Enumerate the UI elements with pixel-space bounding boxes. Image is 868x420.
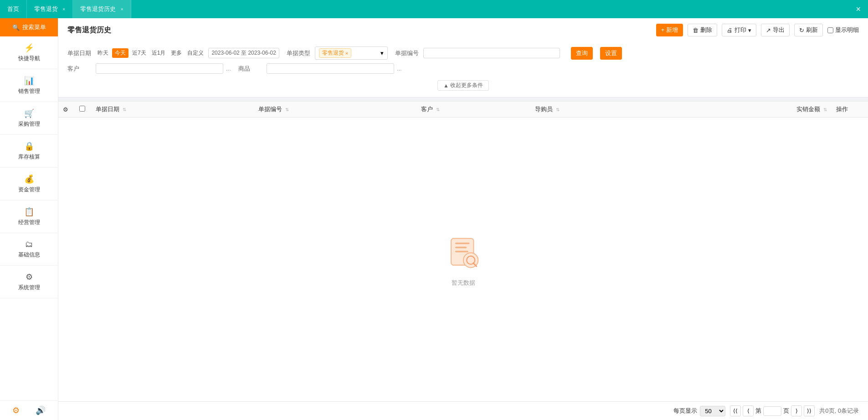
collapse-row: ▲ 收起更多条件	[67, 77, 859, 92]
sidebar-label-purchase-mgmt: 采购管理	[18, 120, 40, 128]
sidebar-label-quick-nav: 快捷导航	[18, 55, 40, 62]
tab-list: 首页零售退货×零售退货历史×	[0, 0, 856, 18]
sidebar-icon-system-mgmt: ⚙	[26, 272, 33, 282]
number-input[interactable]	[423, 48, 560, 58]
delete-icon: 🗑	[693, 27, 699, 34]
date-range-display[interactable]: 2023-06-02 至 2023-06-02	[208, 48, 279, 58]
col-guide-sort[interactable]: ⇅	[556, 107, 560, 112]
col-actions: 操作	[832, 102, 868, 118]
collapse-button[interactable]: ▲ 收起更多条件	[437, 80, 489, 91]
sound-bottom-icon[interactable]: 🔊	[36, 405, 46, 415]
window-close-button[interactable]: ×	[856, 5, 868, 14]
col-amount-sort[interactable]: ⇅	[823, 107, 827, 112]
toolbar: + 新增 🗑 删除 🖨 打印 ▾ ↗ 导出 ↻	[656, 24, 859, 36]
search-icon: 🔍	[12, 24, 20, 31]
print-dropdown-icon: ▾	[748, 27, 751, 34]
refresh-button[interactable]: ↻ 刷新	[794, 24, 823, 36]
show-detail-checkbox[interactable]	[827, 27, 833, 33]
col-settings[interactable]: ⚙	[58, 102, 75, 118]
tab-retail-return-history[interactable]: 零售退货历史×	[73, 0, 131, 18]
collapse-icon: ▲	[443, 82, 449, 89]
type-select[interactable]: 零售退货 × ▾	[315, 46, 388, 60]
sidebar-items: ⚡ 快捷导航 📊 销售管理 🛒 采购管理 🔒 库存核算 💰 资金管理 📋 经营管…	[0, 36, 58, 298]
new-button[interactable]: + 新增	[656, 24, 683, 36]
export-icon: ↗	[766, 27, 771, 34]
filter-row-1: 单据日期 昨天今天近7天近1月更多自定义 2023-06-02 至 2023-0…	[67, 46, 859, 60]
pag-first-button[interactable]: ⟨⟨	[730, 405, 741, 416]
customer-input[interactable]	[96, 63, 223, 74]
show-detail-checkbox-label[interactable]: 显示明细	[827, 26, 859, 34]
tab-close-retail-return[interactable]: ×	[62, 6, 65, 12]
page-title-row: 零售退货历史 + 新增 🗑 删除 🖨 打印 ▾ ↗ 导出	[67, 24, 859, 36]
date-filter: 单据日期 昨天今天近7天近1月更多自定义 2023-06-02 至 2023-0…	[67, 48, 279, 58]
sidebar: 🔍 搜索菜单 ⚡ 快捷导航 📊 销售管理 🛒 采购管理 🔒 库存核算 💰 资金管…	[0, 18, 58, 420]
pag-total: 共0页, 0条记录	[819, 407, 859, 415]
settings-bottom-icon[interactable]: ⚙	[12, 405, 20, 415]
sidebar-item-base-info[interactable]: 🗂 基础信息	[0, 233, 58, 266]
empty-icon	[443, 232, 484, 273]
col-date-sort[interactable]: ⇅	[123, 107, 126, 112]
sidebar-item-sales-mgmt[interactable]: 📊 销售管理	[0, 69, 58, 102]
pag-page-input[interactable]: 1	[763, 406, 781, 416]
svg-rect-3	[455, 251, 468, 252]
per-page-select[interactable]: 102050100	[700, 406, 725, 416]
filter-row-2: 客户 ... 商品 ...	[67, 63, 859, 74]
table-header-row: ⚙ 单据日期 ⇅ 单据编号 ⇅ 客户	[58, 102, 868, 118]
tab-home[interactable]: 首页	[0, 0, 27, 18]
select-all-checkbox[interactable]	[79, 106, 85, 112]
print-button[interactable]: 🖨 打印 ▾	[722, 24, 756, 36]
table-container: ⚙ 单据日期 ⇅ 单据编号 ⇅ 客户	[58, 101, 868, 401]
tab-close-retail-return-history[interactable]: ×	[120, 6, 123, 12]
sidebar-item-inventory[interactable]: 🔒 库存核算	[0, 135, 58, 168]
customer-dots[interactable]: ...	[226, 65, 231, 72]
settings-button[interactable]: 设置	[600, 47, 622, 60]
col-checkbox[interactable]	[75, 102, 91, 118]
refresh-icon: ↻	[799, 27, 804, 34]
col-date: 单据日期 ⇅	[91, 102, 254, 118]
col-amount: 实销金额 ⇅	[669, 102, 832, 118]
query-button[interactable]: 查询	[571, 47, 593, 60]
col-number: 单据编号 ⇅	[254, 102, 416, 118]
col-date-label: 单据日期	[96, 106, 119, 113]
date-opt-近7天[interactable]: 近7天	[130, 48, 148, 58]
date-opt-近1月[interactable]: 近1月	[150, 48, 168, 58]
type-filter-label: 单据类型	[287, 49, 312, 57]
date-opt-今天[interactable]: 今天	[112, 48, 128, 58]
goods-dots[interactable]: ...	[397, 65, 402, 72]
pag-next-button[interactable]: ⟩	[791, 405, 802, 416]
goods-input[interactable]	[267, 63, 394, 74]
sidebar-label-operations: 经营管理	[18, 219, 40, 226]
date-opt-昨天[interactable]: 昨天	[96, 48, 110, 58]
col-number-sort[interactable]: ⇅	[285, 107, 289, 112]
delete-button[interactable]: 🗑 删除	[688, 24, 717, 36]
col-customer-sort[interactable]: ⇅	[436, 107, 440, 112]
export-button[interactable]: ↗ 导出	[761, 24, 790, 36]
page-title: 零售退货历史	[67, 26, 111, 35]
sidebar-icon-operations: 📋	[24, 207, 34, 217]
col-guide: 导购员 ⇅	[530, 102, 669, 118]
show-detail-label: 显示明细	[835, 26, 859, 34]
date-opt-更多[interactable]: 更多	[169, 48, 184, 58]
date-opt-自定义[interactable]: 自定义	[185, 48, 205, 58]
filter-area: 单据日期 昨天今天近7天近1月更多自定义 2023-06-02 至 2023-0…	[67, 42, 859, 97]
pag-prev-button[interactable]: ⟨	[743, 405, 754, 416]
pag-page-suffix: 页	[783, 407, 789, 415]
type-tag-remove[interactable]: ×	[345, 51, 348, 56]
sidebar-item-quick-nav[interactable]: ⚡ 快捷导航	[0, 36, 58, 69]
tab-retail-return[interactable]: 零售退货×	[27, 0, 73, 18]
goods-filter-label: 商品	[238, 65, 264, 73]
pag-last-button[interactable]: ⟩⟩	[804, 405, 815, 416]
svg-rect-2	[455, 246, 467, 248]
collapse-label: 收起更多条件	[450, 82, 483, 89]
sidebar-label-sales-mgmt: 销售管理	[18, 87, 40, 95]
sidebar-icon-purchase-mgmt: 🛒	[24, 108, 34, 118]
page-header: 零售退货历史 + 新增 🗑 删除 🖨 打印 ▾ ↗ 导出	[58, 18, 868, 97]
col-customer-label: 客户	[421, 106, 433, 113]
sidebar-item-system-mgmt[interactable]: ⚙ 系统管理	[0, 266, 58, 298]
pagination-bar: 每页显示 102050100 ⟨⟨ ⟨ 第 1 页 ⟩ ⟩⟩ 共0页, 0条记录	[58, 401, 868, 420]
customer-filter-label: 客户	[67, 65, 93, 73]
sidebar-search[interactable]: 🔍 搜索菜单	[0, 18, 58, 36]
sidebar-item-finance[interactable]: 💰 资金管理	[0, 168, 58, 200]
sidebar-item-purchase-mgmt[interactable]: 🛒 采购管理	[0, 102, 58, 135]
sidebar-item-operations[interactable]: 📋 经营管理	[0, 200, 58, 233]
